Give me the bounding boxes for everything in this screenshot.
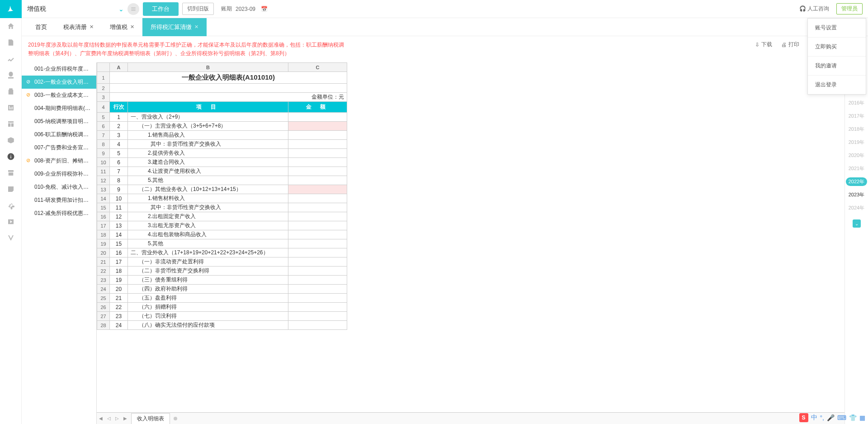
amount-cell[interactable] [288, 257, 347, 267]
row-number[interactable]: 12 [97, 176, 110, 185]
ime-mic-icon[interactable]: 🎤 [827, 414, 835, 421]
ime-keyboard-icon[interactable]: ⌨ [837, 414, 846, 421]
ime-badge[interactable]: S [799, 413, 808, 422]
line-number-cell[interactable]: 18 [110, 267, 128, 276]
amount-cell[interactable] [288, 248, 347, 257]
item-cell[interactable]: 4.出租包装物和商品收入 [128, 230, 288, 239]
admin-button[interactable]: 管理员 [836, 3, 863, 14]
nav-template-icon[interactable] [0, 116, 22, 132]
item-cell[interactable]: （五）盘盈利得 [128, 294, 288, 303]
row-number[interactable]: 4 [97, 102, 110, 113]
ime-lang[interactable]: 中 [811, 414, 817, 422]
tab[interactable]: 税表清册✕ [55, 18, 102, 36]
amount-cell[interactable] [288, 122, 347, 131]
close-icon[interactable]: ✕ [130, 24, 134, 30]
item-cell[interactable]: （一）非流动资产处置利得 [128, 257, 288, 267]
year-item[interactable]: 2017年 [846, 112, 867, 120]
item-cell[interactable]: （四）政府补助利得 [128, 285, 288, 294]
amount-cell[interactable] [288, 239, 347, 248]
year-item[interactable]: 2018年 [846, 125, 867, 133]
app-logo[interactable] [0, 0, 22, 18]
row-number[interactable]: 24 [97, 285, 110, 294]
line-number-cell[interactable]: 2 [110, 122, 128, 131]
col-header-b[interactable]: B [128, 63, 288, 72]
row-number[interactable]: 16 [97, 212, 110, 221]
line-number-cell[interactable]: 15 [110, 239, 128, 248]
year-expand-icon[interactable]: ⌄ [853, 219, 861, 228]
line-number-cell[interactable]: 19 [110, 276, 128, 285]
line-number-cell[interactable]: 14 [110, 230, 128, 239]
line-number-cell[interactable]: 24 [110, 321, 128, 330]
sheet-tab[interactable]: 收入明细表 [131, 413, 170, 424]
user-menu-item[interactable]: 我的邀请 [808, 57, 866, 76]
item-cell[interactable]: 一、营业收入（2+9） [128, 113, 288, 122]
line-number-cell[interactable]: 7 [110, 167, 128, 176]
item-cell[interactable]: 5.其他 [128, 176, 288, 185]
amount-cell[interactable] [288, 176, 347, 185]
year-item[interactable]: 2016年 [846, 99, 867, 107]
nav-box-icon[interactable] [0, 132, 22, 148]
form-list-item[interactable]: 006-职工薪酬纳税调整明细... [22, 128, 96, 141]
amount-cell[interactable] [288, 158, 347, 167]
form-list-item[interactable]: 005-纳税调整项目明细表(A1... [22, 115, 96, 128]
form-list-item[interactable]: 001-企业所得税年度纳税申... [22, 62, 96, 76]
line-number-cell[interactable]: 4 [110, 140, 128, 149]
amount-cell[interactable] [288, 303, 347, 312]
year-item[interactable]: 2019年 [846, 138, 867, 147]
line-number-cell[interactable]: 23 [110, 312, 128, 321]
item-cell[interactable]: （八）确实无法偿付的应付款项 [128, 321, 288, 330]
item-cell[interactable]: 其中：非货币性资产交换收入 [128, 203, 288, 212]
nav-v-icon[interactable] [0, 230, 22, 246]
sheet-nav-prev-icon[interactable]: ◁ [105, 416, 113, 421]
nav-inbox-icon[interactable] [0, 181, 22, 197]
form-list-item[interactable]: 004-期间费用明细表(A1040... [22, 102, 96, 115]
user-menu-item[interactable]: 退出登录 [808, 76, 866, 94]
form-list-item[interactable]: ⊘003-一般企业成本支出明细... [22, 89, 96, 102]
item-cell[interactable]: 1.销售材料收入 [128, 194, 288, 203]
nav-doc-icon[interactable] [0, 34, 22, 51]
line-number-cell[interactable]: 8 [110, 176, 128, 185]
item-cell[interactable]: （二）非货币性资产交换利得 [128, 267, 288, 276]
amount-cell[interactable] [288, 131, 347, 140]
item-cell[interactable]: 二、营业外收入（17+18+19+20+21+22+23+24+25+26） [128, 248, 288, 257]
amount-cell[interactable] [288, 140, 347, 149]
nav-archive-icon[interactable] [0, 165, 22, 181]
download-button[interactable]: ⇩ 下载 [755, 41, 772, 48]
amount-cell[interactable] [288, 167, 347, 176]
user-menu-item[interactable]: 账号设置 [808, 19, 866, 38]
amount-cell[interactable] [288, 203, 347, 212]
col-header-c[interactable]: C [288, 63, 347, 72]
row-number[interactable]: 26 [97, 303, 110, 312]
line-number-cell[interactable]: 21 [110, 294, 128, 303]
row-number[interactable]: 3 [97, 93, 110, 102]
form-list-item[interactable]: 011-研发费用加计扣除优惠... [22, 194, 96, 207]
item-cell[interactable]: 2.出租固定资产收入 [128, 212, 288, 221]
nav-tax-icon[interactable] [0, 148, 22, 165]
row-number[interactable]: 22 [97, 267, 110, 276]
amount-cell[interactable] [288, 294, 347, 303]
form-list-item[interactable]: ⊘002-一般企业收入明细表(A1... [22, 76, 96, 89]
amount-cell[interactable] [288, 276, 347, 285]
row-number[interactable]: 18 [97, 230, 110, 239]
amount-cell[interactable] [288, 113, 347, 122]
line-number-cell[interactable]: 6 [110, 158, 128, 167]
consult-link[interactable]: 🎧 人工咨询 [799, 5, 829, 13]
item-cell[interactable]: 5.其他 [128, 239, 288, 248]
amount-cell[interactable] [288, 149, 347, 158]
line-number-cell[interactable]: 13 [110, 221, 128, 230]
nav-video-icon[interactable] [0, 214, 22, 230]
year-item[interactable]: 2020年 [846, 151, 867, 160]
row-number[interactable]: 28 [97, 321, 110, 330]
user-menu-item[interactable]: 立即购买 [808, 38, 866, 57]
close-icon[interactable]: ✕ [90, 24, 94, 30]
line-number-cell[interactable]: 22 [110, 303, 128, 312]
line-number-cell[interactable]: 11 [110, 203, 128, 212]
row-number[interactable]: 6 [97, 122, 110, 131]
line-number-cell[interactable]: 1 [110, 113, 128, 122]
sheet-nav-first-icon[interactable]: ◀ [97, 416, 105, 421]
row-number[interactable]: 14 [97, 194, 110, 203]
tab[interactable]: 所得税汇算清缴✕ [142, 18, 207, 36]
ime-skin-icon[interactable]: 👕 [849, 414, 857, 421]
item-cell[interactable]: 3.建造合同收入 [128, 158, 288, 167]
line-number-cell[interactable]: 3 [110, 131, 128, 140]
